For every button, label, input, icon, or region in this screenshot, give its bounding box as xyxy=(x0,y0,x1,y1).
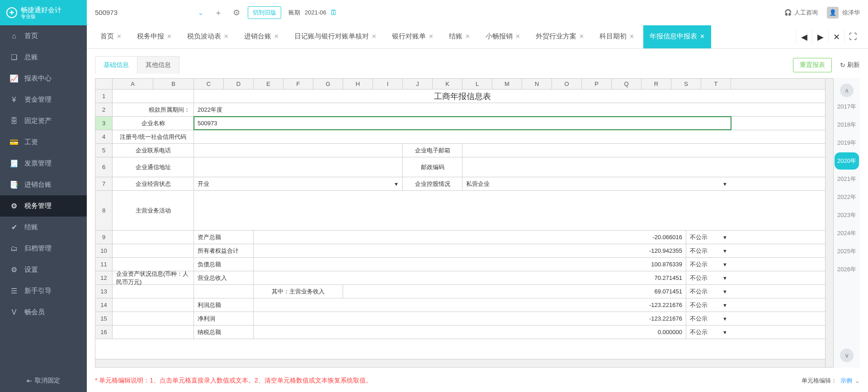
row-header[interactable]: 8 xyxy=(95,191,113,230)
zip-input[interactable] xyxy=(462,157,731,177)
company-select[interactable]: 500973 ⌄ xyxy=(95,9,203,16)
tab[interactable]: 结账✕ xyxy=(443,25,476,48)
close-icon[interactable]: ✕ xyxy=(274,33,279,40)
col-header[interactable]: E xyxy=(254,79,283,89)
sidebar-item-member[interactable]: V畅会员 xyxy=(0,302,87,323)
status-select[interactable]: 开业▼ xyxy=(194,177,403,190)
row-header[interactable]: 15 xyxy=(95,312,113,325)
example-link[interactable]: 示例 xyxy=(840,377,852,385)
tab[interactable]: 外贸行业方案✕ xyxy=(529,25,590,48)
metric-value[interactable]: -123.221676 xyxy=(254,298,686,312)
sidebar-item-closing[interactable]: ✔结账 xyxy=(0,217,87,238)
year-option[interactable]: 2021年 xyxy=(835,170,859,188)
tab[interactable]: 进销台账✕ xyxy=(238,25,285,48)
tabs-prev[interactable]: ◀ xyxy=(796,30,812,44)
visibility-select[interactable]: 不公示▼ xyxy=(686,258,731,271)
sidebar-item-archive[interactable]: 🗂归档管理 xyxy=(0,238,87,259)
col-header[interactable]: N xyxy=(522,79,552,89)
year-option[interactable]: 2023年 xyxy=(835,207,859,224)
sidebar-item-salary[interactable]: 💳工资 xyxy=(0,132,87,153)
add-icon[interactable]: ＋ xyxy=(212,6,225,19)
close-icon[interactable]: ✕ xyxy=(579,33,584,40)
row-header[interactable]: 3 xyxy=(95,117,113,130)
visibility-select[interactable]: 不公示▼ xyxy=(686,285,731,298)
metric-value[interactable]: -120.942355 xyxy=(254,244,686,257)
main-business-input[interactable] xyxy=(194,191,731,230)
phone-input[interactable] xyxy=(194,144,403,157)
close-icon[interactable]: ✕ xyxy=(429,33,434,40)
visibility-select[interactable]: 不公示▼ xyxy=(686,326,731,339)
row-header[interactable]: 16 xyxy=(95,326,113,339)
tabs-close[interactable]: ✕ xyxy=(828,30,844,44)
year-option[interactable]: 2022年 xyxy=(835,189,859,206)
row-header[interactable]: 1 xyxy=(95,90,113,103)
subtab-other[interactable]: 其他信息 xyxy=(137,56,179,74)
year-option[interactable]: 2025年 xyxy=(835,243,859,260)
year-option[interactable]: 2017年 xyxy=(835,98,859,115)
col-header[interactable]: A xyxy=(113,79,153,89)
row-header[interactable]: 2 xyxy=(95,103,113,116)
usci-input[interactable] xyxy=(194,130,731,143)
sheet-corner[interactable] xyxy=(95,79,113,89)
old-version-button[interactable]: 切到旧版 xyxy=(248,6,281,19)
year-option[interactable]: 2026年 xyxy=(835,261,859,278)
unpin-button[interactable]: ⇤取消固定 xyxy=(0,369,87,392)
subtab-basic[interactable]: 基础信息 xyxy=(95,56,137,74)
col-header[interactable]: H xyxy=(343,79,373,89)
sidebar-item-funds[interactable]: ¥资金管理 xyxy=(0,89,87,110)
col-header[interactable]: J xyxy=(403,79,433,89)
sidebar-item-home[interactable]: ⌂首页 xyxy=(0,25,87,47)
sidebar-item-settings[interactable]: ⚙设置 xyxy=(0,259,87,280)
col-header[interactable]: M xyxy=(492,79,522,89)
company-name-input[interactable]: 500973 xyxy=(194,117,731,130)
avatar[interactable]: 👤 xyxy=(827,7,839,19)
tab[interactable]: 银行对账单✕ xyxy=(386,25,440,48)
email-input[interactable] xyxy=(462,144,731,157)
col-header[interactable]: B xyxy=(153,79,194,89)
period-value[interactable]: 2022年度 xyxy=(194,103,731,116)
col-header[interactable]: O xyxy=(552,79,582,89)
col-header[interactable]: G xyxy=(313,79,343,89)
sidebar-item-guide[interactable]: ☰新手引导 xyxy=(0,280,87,302)
close-icon[interactable]: ✕ xyxy=(465,33,470,40)
period-value[interactable]: 2021-06 xyxy=(305,9,326,16)
close-icon[interactable]: ✕ xyxy=(515,33,520,40)
sidebar-item-ledger[interactable]: ❏总账 xyxy=(0,47,87,68)
year-option[interactable]: 2024年 xyxy=(835,225,859,242)
row-header[interactable]: 11 xyxy=(95,258,113,271)
visibility-select[interactable]: 不公示▼ xyxy=(686,244,731,257)
col-header[interactable]: T xyxy=(701,79,731,89)
tab[interactable]: 科目期初✕ xyxy=(593,25,641,48)
sidebar-item-reports[interactable]: 📈报表中心 xyxy=(0,68,87,89)
reset-button[interactable]: 重置报表 xyxy=(793,58,832,72)
year-option[interactable]: 2018年 xyxy=(835,116,859,133)
tab[interactable]: 日记账与银行对账单核对✕ xyxy=(288,25,383,48)
close-icon[interactable]: ✕ xyxy=(224,33,229,40)
visibility-select[interactable]: 不公示▼ xyxy=(686,298,731,312)
visibility-select[interactable]: 不公示▼ xyxy=(686,271,731,284)
address-input[interactable] xyxy=(194,157,403,177)
visibility-select[interactable]: 不公示▼ xyxy=(686,312,731,325)
metric-value[interactable]: -20.066016 xyxy=(254,231,686,244)
tab[interactable]: 税务申报✕ xyxy=(131,25,178,48)
year-down-icon[interactable]: ∨ xyxy=(840,349,854,362)
sidebar-item-invoice[interactable]: 🧾发票管理 xyxy=(0,153,87,174)
col-header[interactable]: D xyxy=(224,79,254,89)
row-header[interactable]: 14 xyxy=(95,298,113,312)
row-header[interactable]: 10 xyxy=(95,244,113,257)
calendar-icon[interactable]: 🗓 xyxy=(330,9,337,17)
row-header[interactable]: 4 xyxy=(95,130,113,143)
row-header[interactable]: 7 xyxy=(95,177,113,190)
metric-value[interactable]: 70.271451 xyxy=(254,271,686,284)
close-icon[interactable]: ✕ xyxy=(629,33,634,40)
close-icon[interactable]: ✕ xyxy=(700,33,705,40)
col-header[interactable]: I xyxy=(373,79,403,89)
tabs-next[interactable]: ▶ xyxy=(812,30,828,44)
visibility-select[interactable]: 不公示▼ xyxy=(686,231,731,244)
metric-value[interactable]: -123.221676 xyxy=(254,312,686,325)
sidebar-item-purchase-sales[interactable]: 📑进销台账 xyxy=(0,174,87,195)
tabs-fullscreen[interactable]: ⛶ xyxy=(844,30,861,44)
close-icon[interactable]: ✕ xyxy=(372,33,377,40)
col-header[interactable]: C xyxy=(194,79,224,89)
row-header[interactable]: 6 xyxy=(95,157,113,177)
